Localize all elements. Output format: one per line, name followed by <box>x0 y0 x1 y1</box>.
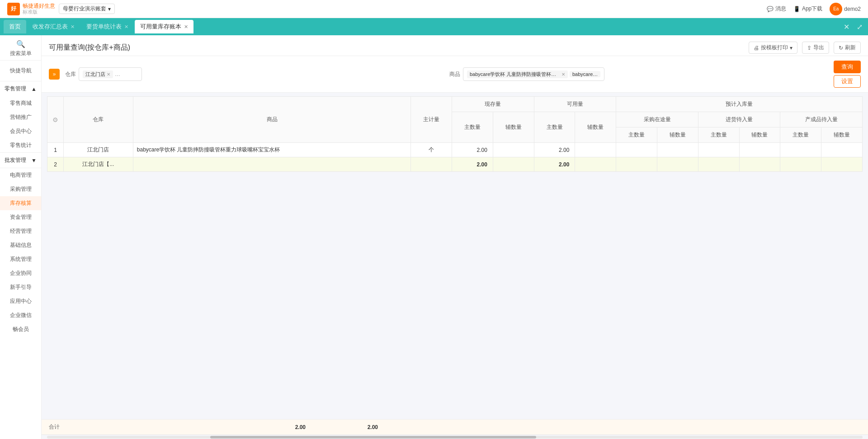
scroll-thumb[interactable] <box>210 436 537 439</box>
warehouse-filter-more: … <box>115 71 120 77</box>
sidebar-item-ecommerce[interactable]: 电商管理 <box>0 168 41 182</box>
col-available-main-header: 主数量 <box>534 112 575 143</box>
row1-incoming-sub <box>739 143 780 157</box>
table-container[interactable]: ⚙ 仓库 商品 主计量 现存量 可用量 预计入库量 主数量 辅数量 主数量 辅数… <box>42 93 868 419</box>
sidebar-item-member-pro[interactable]: 畅会员 <box>0 322 41 336</box>
query-button[interactable]: 查询 <box>834 61 861 73</box>
tab-income-expense[interactable]: 收发存汇总表 ✕ <box>27 20 80 33</box>
col-incoming-sub-header: 辅数量 <box>739 127 780 143</box>
col-product-header: 商品 <box>133 97 411 143</box>
top-bar: 好 畅捷通好生意 标准版 母婴行业演示账套 ▾ 💬 消息 📱 App下载 Ea … <box>0 0 868 18</box>
tab-close-income-expense[interactable]: ✕ <box>71 24 75 30</box>
product-filter-input[interactable]: babycare学饮杯 儿童防摔防撞吸管杯重力球吸嘴杯宝宝水杯 ✕ babyca… <box>463 67 604 81</box>
sidebar-item-enterprise[interactable]: 企业协同 <box>0 266 41 280</box>
row2-product <box>133 157 411 172</box>
sidebar-item-ops[interactable]: 经营管理 <box>0 224 41 238</box>
phone-icon: 📱 <box>793 6 800 12</box>
sidebar-item-finance[interactable]: 资金管理 <box>0 210 41 224</box>
col-production-sub-header: 辅数量 <box>821 127 863 143</box>
col-purchase-transit-header: 采购在途量 <box>616 112 698 127</box>
row1-purchase-sub <box>657 143 698 157</box>
avatar: Ea <box>830 3 842 15</box>
warehouse-filter-label: 仓库 <box>65 71 76 78</box>
row1-product: babycare学饮杯 儿童防摔防撞吸管杯重力球吸嘴杯宝宝水杯 <box>133 143 411 157</box>
totals-current-main: 2.00 <box>275 424 311 430</box>
app-download-button[interactable]: 📱 App下载 <box>793 5 822 13</box>
logo-icon: 好 <box>7 3 20 15</box>
tab-close-available-stock[interactable]: ✕ <box>184 24 188 30</box>
table-row: 2 江北门店【... 2.00 2.00 <box>47 157 863 172</box>
sidebar-item-newbie[interactable]: 新手引导 <box>0 280 41 294</box>
sidebar-item-inventory[interactable]: 库存核算 <box>0 196 41 210</box>
settings-icon[interactable]: ⚙ <box>52 116 58 123</box>
horizontal-scrollbar[interactable] <box>42 434 868 439</box>
user-menu[interactable]: Ea demo2 <box>830 3 861 15</box>
row1-available-sub <box>575 143 616 157</box>
top-bar-right: 💬 消息 📱 App下载 Ea demo2 <box>767 3 861 15</box>
col-current-stock-header: 现存量 <box>452 97 534 112</box>
row2-purchase-sub <box>657 157 698 172</box>
maximize-button[interactable]: ⤢ <box>855 21 864 33</box>
page-title: 可用量查询(按仓库+商品) <box>49 43 130 52</box>
sidebar-nav: 快捷导航 <box>0 61 41 81</box>
col-production-header: 产成品待入量 <box>780 112 863 127</box>
col-production-main-header: 主数量 <box>780 127 821 143</box>
scroll-track[interactable] <box>47 436 863 439</box>
warehouse-tag-close-1[interactable]: ✕ <box>107 72 110 77</box>
refresh-button[interactable]: ↻ 刷新 <box>834 42 861 54</box>
row1-purchase-main <box>616 143 657 157</box>
template-print-button[interactable]: 🖨 按模板打印 ▾ <box>749 42 797 54</box>
sidebar-item-basic[interactable]: 基础信息 <box>0 238 41 252</box>
tab-close-order-stats[interactable]: ✕ <box>124 24 128 30</box>
warehouse-filter-input[interactable]: 江北门店 ✕ … <box>79 67 142 81</box>
close-window-button[interactable]: ✕ <box>842 21 851 33</box>
sidebar-item-system[interactable]: 系统管理 <box>0 252 41 266</box>
sidebar-item-marketing[interactable]: 营销推广 <box>0 110 41 124</box>
row1-current-sub <box>493 143 534 157</box>
product-filter-group: 商品 babycare学饮杯 儿童防摔防撞吸管杯重力球吸嘴杯宝宝水杯 ✕ bab… <box>449 67 828 81</box>
sidebar-section-retail: 零售管理 ▲ 零售商城 营销推广 会员中心 零售统计 <box>0 81 41 153</box>
product-tag-1: babycare学饮杯 儿童防摔防撞吸管杯重力球吸嘴杯宝宝水杯 ✕ <box>467 71 568 78</box>
filter-expand-button[interactable]: » <box>49 69 60 80</box>
refresh-icon: ↻ <box>839 45 843 51</box>
col-warehouse-header: 仓库 <box>64 97 133 143</box>
main-layout: 🔍 搜索菜单 快捷导航 零售管理 ▲ 零售商城 营销推广 会员中心 零售统计 批… <box>0 35 868 439</box>
sidebar-item-member[interactable]: 会员中心 <box>0 124 41 138</box>
chevron-down-icon: ▾ <box>108 6 111 12</box>
tab-home[interactable]: 首页 <box>4 20 26 33</box>
col-available-header: 可用量 <box>534 97 616 112</box>
data-table: ⚙ 仓库 商品 主计量 现存量 可用量 预计入库量 主数量 辅数量 主数量 辅数… <box>47 96 863 172</box>
col-current-main-header: 主数量 <box>452 112 493 143</box>
col-incoming-main-header: 主数量 <box>698 127 739 143</box>
tab-order-stats[interactable]: 要货单统计表 ✕ <box>81 20 134 33</box>
sidebar-item-retail-mall[interactable]: 零售商城 <box>0 96 41 110</box>
sidebar-item-purchase[interactable]: 采购管理 <box>0 182 41 196</box>
row1-incoming-main <box>698 143 739 157</box>
row1-production-main <box>780 143 821 157</box>
sidebar-search[interactable]: 🔍 搜索菜单 <box>0 35 41 61</box>
row2-current-sub <box>493 157 534 172</box>
filter-area: » 仓库 江北门店 ✕ … 商品 babycare学饮杯 儿童防摔防撞吸管杯重力… <box>42 56 868 93</box>
message-button[interactable]: 💬 消息 <box>767 5 786 13</box>
totals-row: 合计 2.00 2.00 <box>42 419 868 434</box>
sidebar-item-retail-stats[interactable]: 零售统计 <box>0 138 41 152</box>
sidebar-item-enterprise-wechat[interactable]: 企业微信 <box>0 308 41 322</box>
product-filter-label: 商品 <box>449 71 460 78</box>
row1-warehouse: 江北门店 <box>64 143 133 157</box>
col-incoming-header: 进货待入量 <box>698 112 780 127</box>
content-area: 可用量查询(按仓库+商品) 🖨 按模板打印 ▾ ⇪ 导出 ↻ 刷新 <box>42 35 868 439</box>
search-icon: 🔍 <box>16 40 25 48</box>
product-tag-close-1[interactable]: ✕ <box>561 72 565 77</box>
sidebar-section-header-retail[interactable]: 零售管理 ▲ <box>0 81 41 96</box>
col-purchase-main-header: 主数量 <box>616 127 657 143</box>
product-tag-2: babycare… <box>570 71 600 77</box>
warehouse-filter-group: 仓库 江北门店 ✕ … <box>65 67 444 81</box>
export-button[interactable]: ⇪ 导出 <box>802 42 829 54</box>
sidebar-item-app-center[interactable]: 应用中心 <box>0 294 41 308</box>
sidebar-item-quick-nav[interactable]: 快捷导航 <box>0 63 41 78</box>
industry-selector[interactable]: 母婴行业演示账套 ▾ <box>59 4 115 14</box>
row2-available-main: 2.00 <box>534 157 575 172</box>
settings-button[interactable]: 设置 <box>834 75 861 88</box>
tab-available-stock[interactable]: 可用量库存账本 ✕ <box>135 20 193 33</box>
sidebar-section-header-wholesale[interactable]: 批发管理 ▼ <box>0 153 41 168</box>
